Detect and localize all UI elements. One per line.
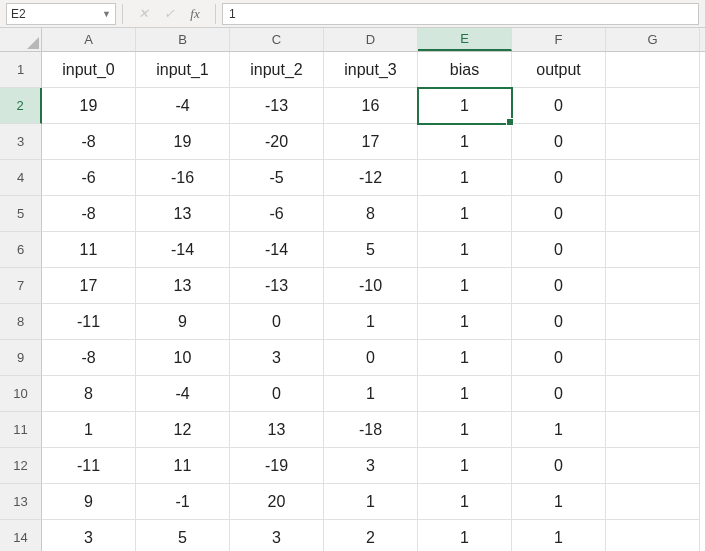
cell-B8[interactable]: 9: [136, 304, 230, 340]
cell-F10[interactable]: 0: [512, 376, 606, 412]
cell-E9[interactable]: 1: [418, 340, 512, 376]
cell-D1[interactable]: input_3: [324, 52, 418, 88]
cell-F5[interactable]: 0: [512, 196, 606, 232]
cell-G9[interactable]: [606, 340, 700, 376]
cell-A4[interactable]: -6: [42, 160, 136, 196]
column-header-C[interactable]: C: [230, 28, 324, 51]
row-header-10[interactable]: 10: [0, 376, 42, 412]
cell-F11[interactable]: 1: [512, 412, 606, 448]
cell-C5[interactable]: -6: [230, 196, 324, 232]
column-header-E[interactable]: E: [418, 28, 512, 51]
cell-G10[interactable]: [606, 376, 700, 412]
cell-A14[interactable]: 3: [42, 520, 136, 551]
cell-G2[interactable]: [606, 88, 700, 124]
cell-B5[interactable]: 13: [136, 196, 230, 232]
cell-F14[interactable]: 1: [512, 520, 606, 551]
row-header-2[interactable]: 2: [0, 88, 42, 124]
cell-E3[interactable]: 1: [418, 124, 512, 160]
column-header-A[interactable]: A: [42, 28, 136, 51]
fx-icon[interactable]: fx: [187, 6, 203, 22]
cell-C13[interactable]: 20: [230, 484, 324, 520]
cell-F4[interactable]: 0: [512, 160, 606, 196]
cell-F3[interactable]: 0: [512, 124, 606, 160]
cell-C12[interactable]: -19: [230, 448, 324, 484]
cell-D3[interactable]: 17: [324, 124, 418, 160]
cell-C14[interactable]: 3: [230, 520, 324, 551]
cell-D10[interactable]: 1: [324, 376, 418, 412]
cell-E7[interactable]: 1: [418, 268, 512, 304]
cell-D14[interactable]: 2: [324, 520, 418, 551]
cell-D4[interactable]: -12: [324, 160, 418, 196]
cell-C1[interactable]: input_2: [230, 52, 324, 88]
row-header-6[interactable]: 6: [0, 232, 42, 268]
cell-B14[interactable]: 5: [136, 520, 230, 551]
cell-D5[interactable]: 8: [324, 196, 418, 232]
cell-A7[interactable]: 17: [42, 268, 136, 304]
cell-E6[interactable]: 1: [418, 232, 512, 268]
cell-D13[interactable]: 1: [324, 484, 418, 520]
cell-E2[interactable]: 1: [418, 88, 512, 124]
select-all-corner[interactable]: [0, 28, 42, 52]
cell-G7[interactable]: [606, 268, 700, 304]
name-box[interactable]: E2 ▼: [6, 3, 116, 25]
cell-C6[interactable]: -14: [230, 232, 324, 268]
row-header-8[interactable]: 8: [0, 304, 42, 340]
cell-F2[interactable]: 0: [512, 88, 606, 124]
cell-B11[interactable]: 12: [136, 412, 230, 448]
cell-E5[interactable]: 1: [418, 196, 512, 232]
cell-G4[interactable]: [606, 160, 700, 196]
cell-F12[interactable]: 0: [512, 448, 606, 484]
cell-B2[interactable]: -4: [136, 88, 230, 124]
caret-down-icon[interactable]: ▼: [102, 9, 111, 19]
cell-A8[interactable]: -11: [42, 304, 136, 340]
row-header-7[interactable]: 7: [0, 268, 42, 304]
row-header-11[interactable]: 11: [0, 412, 42, 448]
cell-D6[interactable]: 5: [324, 232, 418, 268]
cell-G13[interactable]: [606, 484, 700, 520]
cell-B1[interactable]: input_1: [136, 52, 230, 88]
cell-A5[interactable]: -8: [42, 196, 136, 232]
column-header-D[interactable]: D: [324, 28, 418, 51]
cell-G6[interactable]: [606, 232, 700, 268]
cell-G3[interactable]: [606, 124, 700, 160]
confirm-icon[interactable]: ✓: [161, 6, 177, 21]
cell-F6[interactable]: 0: [512, 232, 606, 268]
cell-C3[interactable]: -20: [230, 124, 324, 160]
cell-D9[interactable]: 0: [324, 340, 418, 376]
row-header-12[interactable]: 12: [0, 448, 42, 484]
cell-G5[interactable]: [606, 196, 700, 232]
cell-E10[interactable]: 1: [418, 376, 512, 412]
cell-E8[interactable]: 1: [418, 304, 512, 340]
cell-A1[interactable]: input_0: [42, 52, 136, 88]
cell-D11[interactable]: -18: [324, 412, 418, 448]
cell-F1[interactable]: output: [512, 52, 606, 88]
cell-A3[interactable]: -8: [42, 124, 136, 160]
cell-B10[interactable]: -4: [136, 376, 230, 412]
formula-input[interactable]: 1: [222, 3, 699, 25]
column-header-F[interactable]: F: [512, 28, 606, 51]
cell-E4[interactable]: 1: [418, 160, 512, 196]
cell-A13[interactable]: 9: [42, 484, 136, 520]
cell-B13[interactable]: -1: [136, 484, 230, 520]
cell-B7[interactable]: 13: [136, 268, 230, 304]
cell-E1[interactable]: bias: [418, 52, 512, 88]
column-header-G[interactable]: G: [606, 28, 700, 51]
cell-D2[interactable]: 16: [324, 88, 418, 124]
cell-A12[interactable]: -11: [42, 448, 136, 484]
row-header-1[interactable]: 1: [0, 52, 42, 88]
cell-A10[interactable]: 8: [42, 376, 136, 412]
cell-C11[interactable]: 13: [230, 412, 324, 448]
cell-G11[interactable]: [606, 412, 700, 448]
cell-C10[interactable]: 0: [230, 376, 324, 412]
cell-D8[interactable]: 1: [324, 304, 418, 340]
row-header-13[interactable]: 13: [0, 484, 42, 520]
cell-F8[interactable]: 0: [512, 304, 606, 340]
row-header-4[interactable]: 4: [0, 160, 42, 196]
cell-D7[interactable]: -10: [324, 268, 418, 304]
cell-G12[interactable]: [606, 448, 700, 484]
cell-C7[interactable]: -13: [230, 268, 324, 304]
cell-A6[interactable]: 11: [42, 232, 136, 268]
column-header-B[interactable]: B: [136, 28, 230, 51]
cell-B3[interactable]: 19: [136, 124, 230, 160]
cell-E11[interactable]: 1: [418, 412, 512, 448]
